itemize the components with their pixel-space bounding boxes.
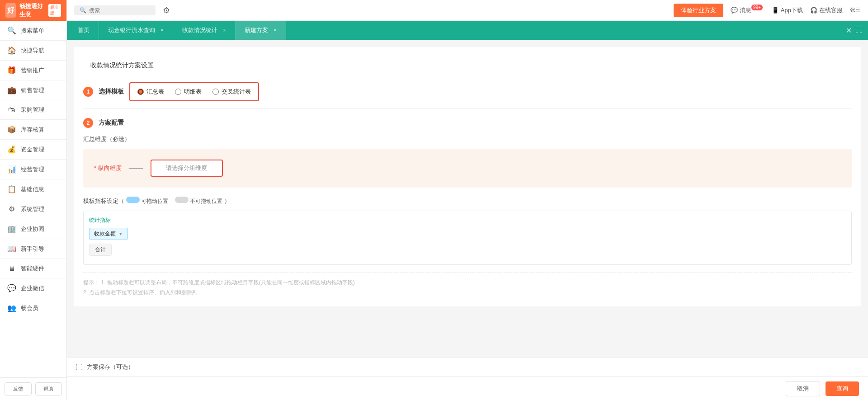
sidebar: 好 畅捷通好生意 标准版 🔍 搜索菜单 🏠 快捷导航 🎁 营销推广 💼 销售管理… (0, 0, 67, 400)
trial-button[interactable]: 体验行业方案 (674, 4, 723, 17)
sidebar-item-label: 智能硬件 (21, 264, 44, 273)
tab-home-label: 首页 (78, 26, 90, 34)
metrics-area: 统计指标 收款金额 ▼ 合计 (83, 211, 852, 265)
sidebar-item-member[interactable]: 👥 畅会员 (0, 298, 66, 318)
sidebar-item-label: 销售管理 (21, 86, 44, 94)
metrics-tag-label: 收款金额 (94, 230, 116, 238)
home-icon: 🏠 (7, 46, 16, 55)
sidebar-item-guide[interactable]: 📖 新手引导 (0, 239, 66, 259)
dimension-label: 纵向维度 (94, 164, 122, 172)
sidebar-item-label: 营销推广 (21, 66, 44, 75)
tab-new-plan-close[interactable]: × (274, 27, 277, 33)
gear-icon: ⚙ (7, 205, 16, 213)
briefcase-icon: 💼 (7, 86, 16, 94)
building-icon: 🏢 (7, 225, 16, 233)
clipboard-icon: 📋 (7, 185, 16, 193)
money-icon: 💰 (7, 145, 16, 154)
page-title: 收款情况统计方案设置 (83, 56, 852, 75)
tab-receipt-close[interactable]: × (223, 27, 226, 33)
tab-new-plan[interactable]: 新建方案 × (236, 21, 286, 40)
sidebar-item-inventory[interactable]: 📦 库存核算 (0, 120, 66, 140)
shopping-icon: 🛍 (7, 106, 16, 114)
query-button[interactable]: 查询 (826, 381, 859, 396)
radio-cross[interactable]: 交叉统计表 (212, 88, 251, 96)
sidebar-item-corp[interactable]: 🏢 企业协同 (0, 219, 66, 239)
sidebar-item-business[interactable]: 📊 经营管理 (0, 160, 66, 179)
tab-receipt[interactable]: 收款情况统计 × (173, 21, 236, 40)
message-icon: 💬 (731, 7, 738, 14)
settings-icon[interactable]: ⚙ (163, 5, 170, 15)
sidebar-item-finance[interactable]: 💰 资金管理 (0, 140, 66, 160)
tab-bank[interactable]: 现金银行流水查询 × (99, 21, 173, 40)
page-content: 收款情况统计方案设置 1 选择模板 汇总表 明细表 交叉统计 (67, 40, 868, 357)
tab-bank-label: 现金银行流水查询 (108, 26, 155, 34)
sidebar-item-search[interactable]: 🔍 搜索菜单 (0, 21, 66, 41)
page-footer: 方案保存（可选） (67, 357, 868, 376)
bottom-bar: 取消 查询 (67, 376, 868, 400)
sidebar-item-label: 经营管理 (21, 165, 44, 174)
dimension-row: 纵向维度 —— 请选择分组维度 (94, 160, 841, 177)
tab-home[interactable]: 首页 (67, 21, 99, 40)
dimension-subtitle: 汇总维度（必选） (83, 135, 852, 143)
sidebar-item-base[interactable]: 📋 基础信息 (0, 179, 66, 199)
service-button[interactable]: 🎧 在线客服 (810, 6, 843, 14)
tab-expand-btn[interactable]: ⛶ (855, 26, 863, 34)
step1-title: 选择模板 (99, 88, 124, 96)
sidebar-item-purchase[interactable]: 🛍 采购管理 (0, 100, 66, 120)
service-icon: 🎧 (810, 7, 817, 14)
dimension-select[interactable]: 请选择分组维度 (151, 160, 223, 177)
tab-close-btn[interactable]: ✕ (846, 26, 852, 35)
sidebar-item-hardware[interactable]: 🖥 智能硬件 (0, 259, 66, 278)
radio-detail-input[interactable] (175, 89, 181, 95)
header-search-box[interactable]: 🔍 (74, 5, 156, 15)
messages-button[interactable]: 💬 消息 99+ (731, 6, 764, 14)
radio-detail-label: 明细表 (184, 88, 202, 96)
radio-summary-label: 汇总表 (146, 88, 164, 96)
radio-summary-input[interactable] (137, 89, 144, 95)
draggable-label: 可拖动位置 (141, 198, 168, 204)
sidebar-item-label: 快捷导航 (21, 47, 44, 55)
tab-actions: ✕ ⛶ (840, 21, 868, 40)
download-icon: 📱 (772, 7, 779, 14)
sidebar-item-system[interactable]: ⚙ 系统管理 (0, 199, 66, 219)
sidebar-item-quick-nav[interactable]: 🏠 快捷导航 (0, 41, 66, 61)
tab-bank-close[interactable]: × (160, 27, 164, 33)
help-btn[interactable]: 帮助 (35, 382, 62, 395)
sidebar-item-weixin[interactable]: 💬 企业微信 (0, 278, 66, 298)
radio-cross-input[interactable] (212, 89, 219, 95)
save-plan-label: 方案保存（可选） (87, 363, 134, 371)
metrics-header: 模板指标设定（ 可拖动位置 不可拖动位置 ） (83, 197, 852, 205)
download-button[interactable]: 📱 App下载 (772, 6, 803, 14)
hint-text-1: 提示： 1. 拖动标题栏可以调整布局，不可跨维度或指标区域拖动栏目字段(只能在同… (83, 278, 852, 288)
chat-icon: 💬 (7, 284, 16, 292)
settings-card: 收款情况统计方案设置 1 选择模板 汇总表 明细表 交叉统计 (74, 47, 861, 306)
tab-receipt-label: 收款情况统计 (182, 26, 217, 34)
edition-badge: 标准版 (48, 4, 61, 17)
save-plan-checkbox[interactable] (76, 364, 82, 370)
sidebar-item-label: 采购管理 (21, 106, 44, 114)
sidebar-menu: 🔍 搜索菜单 🏠 快捷导航 🎁 营销推广 💼 销售管理 🛍 采购管理 📦 库存核… (0, 21, 66, 377)
sidebar-item-marketing[interactable]: 🎁 营销推广 (0, 61, 66, 80)
message-badge: 99+ (751, 5, 763, 10)
divider1 (83, 108, 852, 109)
users-icon: 👥 (7, 304, 16, 312)
radio-summary[interactable]: 汇总表 (137, 88, 164, 96)
search-icon: 🔍 (7, 26, 16, 35)
feedback-btn[interactable]: 反馈 (5, 382, 32, 395)
hint-text-2: 2. 点击标题栏下拉可设置排序、插入列和删除列 (83, 288, 852, 298)
non-draggable-indicator (175, 197, 189, 203)
sidebar-item-sales[interactable]: 💼 销售管理 (0, 80, 66, 100)
sidebar-item-label: 企业微信 (21, 284, 44, 292)
tab-spacer (286, 21, 840, 40)
monitor-icon: 🖥 (7, 264, 16, 273)
radio-detail[interactable]: 明细表 (175, 88, 202, 96)
search-input[interactable] (89, 7, 143, 14)
sidebar-item-label: 搜索菜单 (21, 27, 44, 35)
dimension-area: 纵向维度 —— 请选择分组维度 (83, 149, 852, 188)
sidebar-logo: 好 畅捷通好生意 标准版 (0, 0, 66, 21)
header: 🔍 ⚙ 体验行业方案 💬 消息 99+ 📱 App下载 🎧 在线客服 张三 (67, 0, 868, 21)
header-actions: 💬 消息 99+ 📱 App下载 🎧 在线客服 张三 (731, 6, 861, 14)
cancel-button[interactable]: 取消 (786, 381, 820, 396)
metrics-tag-revenue[interactable]: 收款金额 ▼ (89, 228, 128, 240)
user-name: 张三 (850, 6, 861, 14)
